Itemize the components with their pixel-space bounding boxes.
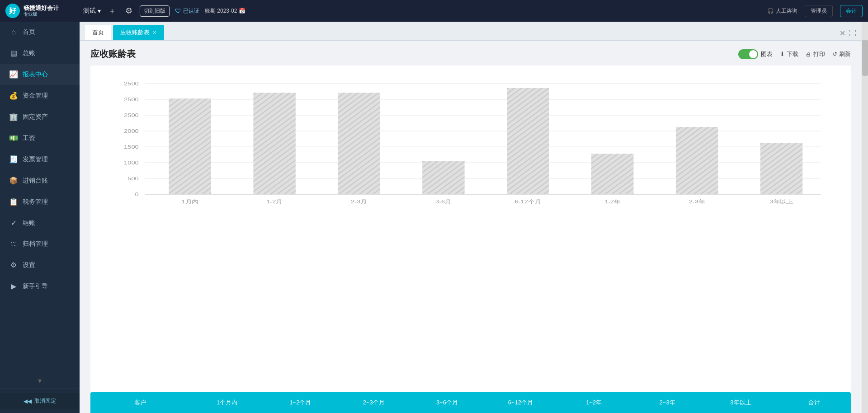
- bar-1-2月: [253, 93, 295, 194]
- svg-text:2-3年: 2-3年: [689, 199, 705, 205]
- refresh-label: 刷新: [839, 50, 851, 58]
- col-1-2year: 1~2年: [557, 392, 631, 413]
- sidebar-item-newbie[interactable]: ▶ 新手引导: [0, 276, 80, 297]
- col-1month: 1个月内: [190, 392, 264, 413]
- refresh-button[interactable]: ↺ 刷新: [832, 50, 851, 58]
- sidebar-item-assets[interactable]: 🏢 固定资产: [0, 106, 80, 127]
- content-main: 首页 应收账龄表 ✕ ✕ ⛶ 应收账龄表: [80, 22, 862, 413]
- topbar: 好 畅捷通好会计 专业版 测试 ▾ ＋ ⚙ 切到旧版 🛡 已认证 账期 2023…: [0, 0, 868, 22]
- chart-toggle: 图表: [738, 49, 773, 59]
- sidebar-item-archive[interactable]: 🗂 归档管理: [0, 234, 80, 254]
- sidebar-item-invoice-label: 发票管理: [23, 155, 48, 164]
- cancel-fixed-button[interactable]: ◀◀ 取消固定: [0, 393, 80, 409]
- print-label: 打印: [813, 50, 825, 58]
- sidebar-item-settings[interactable]: ⚙ 设置: [0, 254, 80, 276]
- shield-icon: 🛡: [175, 7, 181, 14]
- scroll-thumb[interactable]: [862, 40, 868, 76]
- sidebar-item-closing-label: 结账: [23, 219, 35, 227]
- switch-version-button[interactable]: 切到旧版: [140, 5, 170, 17]
- calendar-icon[interactable]: 📅: [239, 8, 245, 14]
- ledger-icon: ▤: [9, 49, 18, 57]
- svg-text:1-2年: 1-2年: [604, 199, 621, 205]
- bar-1-2年: [591, 154, 633, 194]
- sidebar-item-funds[interactable]: 💰 资金管理: [0, 85, 80, 106]
- cancel-fixed-label: 取消固定: [34, 397, 56, 405]
- sidebar-item-sales[interactable]: 📦 进销台账: [0, 170, 80, 191]
- sidebar-item-payroll[interactable]: 💵 工资: [0, 127, 80, 149]
- toggle-switch[interactable]: [738, 49, 758, 59]
- svg-text:0: 0: [135, 192, 139, 197]
- bar-2-3月: [338, 93, 380, 194]
- download-label: 下载: [787, 50, 798, 58]
- bar-3-6月: [422, 161, 464, 194]
- svg-text:2000: 2000: [124, 128, 139, 134]
- tab-receivable-aging[interactable]: 应收账龄表 ✕: [113, 25, 164, 40]
- play-icon: ▶: [9, 282, 18, 291]
- add-button[interactable]: ＋: [106, 5, 118, 17]
- sidebar-item-tax[interactable]: 📋 税务管理: [0, 191, 80, 212]
- certified-text: 已认证: [183, 7, 199, 15]
- sidebar-item-tax-label: 税务管理: [23, 198, 48, 206]
- sidebar-scroll[interactable]: ⌂ 首页 ▤ 总账 📈 报表中心 💰 资金管理 🏢 固定资产 💵 工资: [0, 22, 80, 373]
- page-actions: 图表 ⬇ 下载 🖨 打印 ↺ 刷新: [738, 49, 851, 59]
- svg-text:500: 500: [127, 176, 138, 182]
- tabs-bar: 首页 应收账龄表 ✕ ✕ ⛶: [80, 22, 862, 41]
- page-header: 应收账龄表 图表 ⬇ 下载 🖨: [80, 41, 862, 66]
- sidebar-item-home-label: 首页: [23, 28, 35, 36]
- assets-icon: 🏢: [9, 113, 18, 121]
- manager-button[interactable]: 管理员: [805, 5, 833, 17]
- bar-3年以上: [760, 143, 802, 194]
- accountant-button[interactable]: 会计: [840, 5, 863, 17]
- sidebar-item-home[interactable]: ⌂ 首页: [0, 22, 80, 42]
- expand-tab-button[interactable]: ⛶: [849, 29, 856, 38]
- sidebar-item-reports[interactable]: 📈 报表中心: [0, 64, 80, 85]
- sidebar-scroll-down[interactable]: ▾: [0, 373, 80, 389]
- certified-badge: 🛡 已认证: [175, 7, 199, 15]
- sidebar-item-ledger[interactable]: ▤ 总账: [0, 42, 80, 64]
- sidebar-item-payroll-label: 工资: [23, 134, 35, 142]
- tab-close-icon[interactable]: ✕: [152, 29, 157, 36]
- col-6-12month: 6~12个月: [484, 392, 557, 413]
- period-label: 账期: [205, 8, 216, 14]
- consult-button[interactable]: 🎧 人工咨询: [767, 7, 797, 15]
- svg-text:6-12个月: 6-12个月: [514, 199, 541, 205]
- reports-icon: 📈: [9, 70, 18, 79]
- logo-icon: 好: [5, 4, 20, 18]
- tax-icon: 📋: [9, 197, 18, 206]
- sidebar-item-closing[interactable]: ✓ 结账: [0, 212, 80, 234]
- sales-icon: 📦: [9, 176, 18, 185]
- bar-1月内: [169, 99, 211, 194]
- close-tab-button[interactable]: ✕: [840, 29, 845, 38]
- settings-button[interactable]: ⚙: [123, 5, 134, 17]
- closing-icon: ✓: [9, 219, 18, 227]
- print-button[interactable]: 🖨 打印: [806, 50, 825, 58]
- col-3-6month: 3~6个月: [410, 392, 484, 413]
- period-value: 2023-02: [217, 8, 237, 14]
- home-icon: ⌂: [9, 28, 18, 36]
- dropdown-icon: ▾: [98, 7, 101, 14]
- logo-sub: 专业版: [24, 12, 59, 17]
- download-icon: ⬇: [780, 51, 785, 57]
- svg-text:2500: 2500: [124, 113, 139, 118]
- download-button[interactable]: ⬇ 下载: [780, 50, 798, 58]
- sidebar-item-invoice[interactable]: 🧾 发票管理: [0, 149, 80, 170]
- svg-text:3-6月: 3-6月: [435, 199, 452, 205]
- col-2-3month: 2~3个月: [337, 392, 410, 413]
- logo-main: 畅捷通好会计: [24, 5, 59, 12]
- tabs-actions: ✕ ⛶: [840, 29, 856, 38]
- tab-home[interactable]: 首页: [85, 25, 111, 40]
- invoice-icon: 🧾: [9, 155, 18, 164]
- bar-chart: 2500 2500 2500 2000 1500 1000 500 0: [108, 75, 833, 219]
- funds-icon: 💰: [9, 91, 18, 100]
- svg-text:1500: 1500: [124, 144, 139, 150]
- svg-text:2500: 2500: [124, 97, 139, 103]
- consult-label: 人工咨询: [776, 7, 797, 15]
- right-scrollbar[interactable]: [862, 22, 868, 413]
- workspace-selector[interactable]: 测试 ▾: [83, 7, 101, 15]
- period-info: 账期 2023-02 📅: [205, 7, 245, 15]
- sidebar-item-archive-label: 归档管理: [23, 240, 48, 248]
- topbar-center: 测试 ▾ ＋ ⚙ 切到旧版 🛡 已认证 账期 2023-02 📅: [83, 5, 762, 17]
- chart-inner: 2500 2500 2500 2000 1500 1000 500 0: [90, 66, 851, 392]
- sidebar-item-funds-label: 资金管理: [23, 92, 48, 100]
- tab-home-label: 首页: [92, 28, 104, 37]
